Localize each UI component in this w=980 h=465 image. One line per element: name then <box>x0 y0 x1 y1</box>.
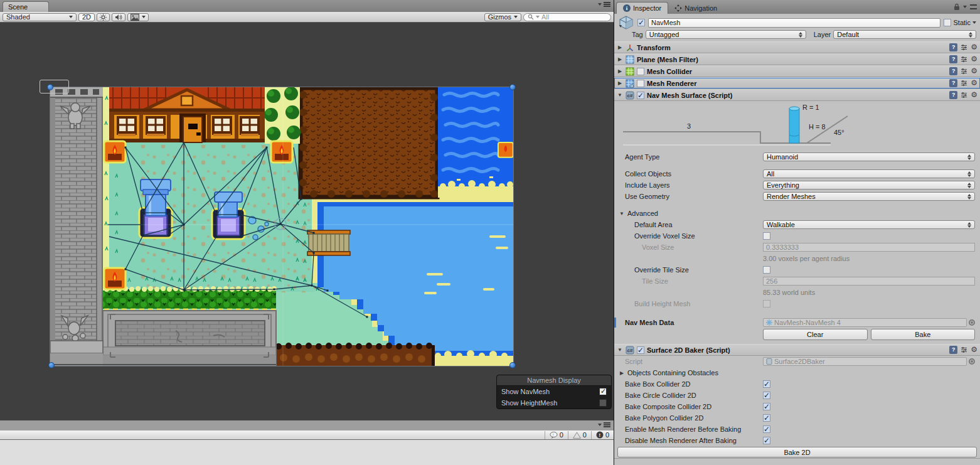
gear-icon[interactable]: ⚙ <box>971 43 977 51</box>
tilemap-selection-bounds <box>50 87 513 366</box>
mesh-renderer-enable-checkbox[interactable] <box>637 80 644 87</box>
scene-search-input[interactable]: All <box>523 13 611 21</box>
presets-icon[interactable] <box>960 43 968 51</box>
show-navmesh-checkbox[interactable] <box>599 388 607 395</box>
component-mesh-filter[interactable]: ▶ Plane (Mesh Filter) ? ⚙ <box>614 53 980 65</box>
csharp-script-icon: c# <box>626 91 634 100</box>
advanced-foldout[interactable]: ▼ Advanced <box>614 208 980 219</box>
help-icon[interactable]: ? <box>949 43 957 51</box>
gizmos-dropdown[interactable]: Gizmos <box>484 13 521 21</box>
foldout-arrow-icon[interactable]: ▼ <box>617 347 623 353</box>
object-picker-icon[interactable] <box>969 358 975 365</box>
component-mesh-collider[interactable]: ▶ Mesh Collider ? ⚙ <box>614 65 980 77</box>
nav-mesh-surface-enable-checkbox[interactable] <box>637 92 644 99</box>
gear-icon[interactable]: ⚙ <box>971 55 977 63</box>
selection-handle-bottom-right[interactable] <box>509 362 516 368</box>
console-error-badge[interactable]: ! 0 <box>591 431 614 439</box>
gameobject-header: NavMesh Static Tag Untagged Layer Defaul… <box>614 14 980 41</box>
gear-icon[interactable]: ⚙ <box>971 91 977 99</box>
component-transform[interactable]: ▶ Transform ? ⚙ <box>614 41 980 53</box>
disable-mesh-renderer-after-baking-checkbox[interactable] <box>763 437 770 444</box>
override-tile-size-checkbox[interactable] <box>763 266 770 274</box>
effects-toggle-button[interactable] <box>127 13 149 21</box>
help-icon[interactable]: ? <box>949 67 957 75</box>
row-tile-hint: 85.33 world units <box>614 287 980 298</box>
static-checkbox[interactable] <box>944 19 951 26</box>
help-icon[interactable]: ? <box>949 91 957 99</box>
component-surface-2d-baker[interactable]: ▼ c# Surface 2D Baker (Script) ? ⚙ <box>614 344 980 356</box>
component-mesh-renderer[interactable]: ▶ Mesh Renderer ? ⚙ <box>614 77 980 89</box>
console-panel-menu[interactable] <box>598 422 610 427</box>
tag-dropdown[interactable]: Untagged <box>646 30 806 39</box>
presets-icon[interactable] <box>960 67 968 75</box>
selection-handle-top-left[interactable] <box>47 84 53 90</box>
row-nav-mesh-data: Nav Mesh Data NavMesh-NavMesh 4 <box>614 317 980 328</box>
bake-circle-collider-2d-checkbox[interactable] <box>763 392 770 399</box>
console-info-badge[interactable]: ! 0 <box>545 431 568 439</box>
default-area-dropdown[interactable]: Walkable <box>763 220 975 229</box>
script-asset-icon <box>766 358 772 365</box>
gear-icon[interactable]: ⚙ <box>971 79 977 87</box>
help-icon[interactable]: ? <box>949 55 957 63</box>
error-count: 0 <box>605 431 609 439</box>
presets-icon[interactable] <box>960 79 968 87</box>
row-script: Script Surface2DBaker <box>614 356 980 367</box>
tab-scene[interactable]: Scene <box>3 1 49 12</box>
selection-handle-bottom-left[interactable] <box>48 362 55 368</box>
objects-containing-obstacles-foldout[interactable]: ▶ Objects Containing Obstacles <box>614 367 980 378</box>
show-navmesh-row[interactable]: Show NavMesh <box>497 386 611 397</box>
layer-dropdown[interactable]: Default <box>833 30 976 39</box>
scene-viewport[interactable]: Navmesh Display Show NavMesh Show Height… <box>0 23 614 420</box>
tab-inspector[interactable]: i Inspector <box>616 2 668 14</box>
gameobject-name-field[interactable]: NavMesh <box>648 18 940 28</box>
object-picker-icon[interactable] <box>969 319 975 326</box>
collect-objects-dropdown[interactable]: All <box>763 169 975 178</box>
foldout-arrow-icon[interactable]: ▶ <box>617 68 623 74</box>
gameobject-enable-checkbox[interactable] <box>637 19 645 26</box>
clear-button[interactable]: Clear <box>763 329 868 340</box>
console-warning-badge[interactable]: 0 <box>568 431 591 439</box>
bake-button[interactable]: Bake <box>871 329 976 340</box>
foldout-arrow-icon[interactable]: ▼ <box>617 92 623 98</box>
static-toggle[interactable]: Static <box>944 19 976 26</box>
mesh-collider-enable-checkbox[interactable] <box>637 68 644 75</box>
tab-navigation[interactable]: Navigation <box>668 2 723 14</box>
static-dropdown-arrow-icon[interactable] <box>972 21 976 24</box>
presets-icon[interactable] <box>960 346 968 354</box>
gear-icon[interactable]: ⚙ <box>971 346 977 354</box>
gear-icon[interactable]: ⚙ <box>971 67 977 75</box>
lighting-toggle-button[interactable] <box>97 13 110 21</box>
bake-box-collider-2d-checkbox[interactable] <box>763 380 770 388</box>
nav-mesh-data-field[interactable]: NavMesh-NavMesh 4 <box>763 318 967 327</box>
foldout-arrow-icon[interactable]: ▶ <box>617 56 623 62</box>
selection-handle-top-right[interactable] <box>509 84 516 90</box>
bake-2d-button[interactable]: Bake 2D <box>617 447 977 457</box>
presets-icon[interactable] <box>960 55 968 63</box>
presets-icon[interactable] <box>960 91 968 99</box>
row-use-geometry: Use Geometry Render Meshes <box>614 191 980 202</box>
surface-2d-baker-enable-checkbox[interactable] <box>637 346 644 354</box>
bake-polygon-collider-2d-checkbox[interactable] <box>763 414 770 422</box>
hamburger-menu-icon[interactable] <box>970 4 977 9</box>
scene-panel-menu[interactable] <box>598 2 610 7</box>
lock-icon[interactable] <box>954 3 960 11</box>
foldout-arrow-icon[interactable]: ▶ <box>617 80 623 86</box>
toggle-2d-button[interactable]: 2D <box>78 13 95 21</box>
override-voxel-size-checkbox[interactable] <box>763 232 770 240</box>
agent-type-dropdown[interactable]: Humanoid <box>763 152 975 161</box>
component-nav-mesh-surface[interactable]: ▼ c# Nav Mesh Surface (Script) ? ⚙ <box>614 89 980 101</box>
script-field[interactable]: Surface2DBaker <box>763 357 967 366</box>
help-icon[interactable]: ? <box>949 79 957 87</box>
foldout-arrow-icon[interactable]: ▶ <box>617 45 623 50</box>
include-layers-dropdown[interactable]: Everything <box>763 181 975 190</box>
voxel-size-field: 0.3333333 <box>763 243 975 252</box>
use-geometry-dropdown[interactable]: Render Meshes <box>763 192 975 201</box>
show-heightmesh-row[interactable]: Show HeightMesh <box>497 397 611 409</box>
audio-toggle-button[interactable] <box>112 13 125 21</box>
enable-mesh-renderer-before-baking-checkbox[interactable] <box>763 425 770 433</box>
help-icon[interactable]: ? <box>949 346 957 354</box>
show-heightmesh-checkbox[interactable] <box>599 399 607 407</box>
bake-composite-collider-2d-checkbox[interactable] <box>763 403 770 410</box>
shading-mode-dropdown[interactable]: Shaded <box>3 13 77 21</box>
dropdown-arrow-icon[interactable] <box>963 6 967 8</box>
